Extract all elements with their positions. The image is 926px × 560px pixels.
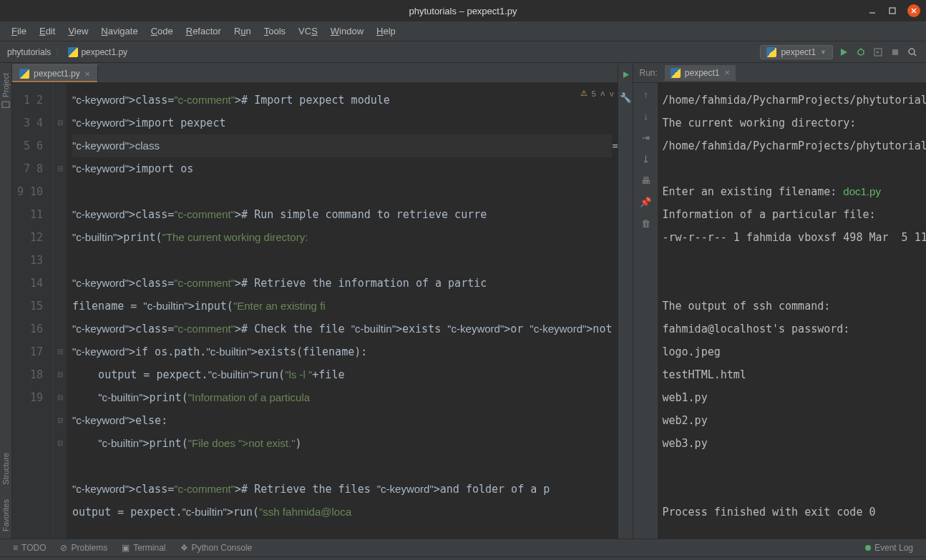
fold-gutter: ⊟⊟⊟⊟⊟⊟⊟ — [54, 83, 67, 539]
svg-marker-12 — [877, 51, 879, 54]
run-tab[interactable]: pexpect1 ✕ — [665, 65, 736, 81]
menu-edit[interactable]: Edit — [34, 24, 61, 39]
run-tab-label: pexpect1 — [685, 68, 720, 78]
menu-tools[interactable]: Tools — [258, 24, 291, 39]
problems-icon: ⊘ — [60, 543, 67, 553]
terminal-label: Terminal — [133, 543, 165, 553]
problems-label: Problems — [71, 543, 107, 553]
breadcrumb-sep-icon: 〉 — [55, 46, 64, 58]
sidebar-project-label: Project — [1, 73, 10, 97]
todo-icon: ≡ — [13, 543, 18, 553]
menu-refactor[interactable]: Refactor — [180, 24, 227, 39]
breadcrumb-file-label: pexpect1.py — [81, 47, 127, 57]
coverage-button[interactable] — [872, 46, 884, 59]
toolwindow-todo[interactable]: ≡TODO — [6, 543, 53, 553]
pin-icon[interactable]: 📌 — [638, 195, 653, 209]
sidebar-structure-button[interactable]: Structure — [0, 446, 11, 492]
run-toolbar-primary: ↑ ↓ ⇥ ⤓ 🖶 📌 🗑 — [633, 83, 658, 539]
sidebar-favorites-button[interactable]: Favorites — [0, 492, 11, 539]
toolwindow-problems[interactable]: ⊘Problems — [53, 543, 114, 553]
python-file-icon — [68, 47, 78, 57]
menu-file[interactable]: File — [6, 24, 32, 39]
editor-body[interactable]: ⚠ 5 ʌ v 1 2 3 4 5 6 7 8 9 10 11 12 13 14… — [12, 83, 618, 539]
close-button[interactable] — [907, 4, 920, 17]
scroll-end-icon[interactable]: ⤓ — [638, 152, 653, 166]
breadcrumb: phytutorials 〉 pexpect1.py — [7, 46, 760, 58]
toolwindow-pyconsole[interactable]: ❖Python Console — [173, 543, 260, 553]
main-area: Project Structure Favorites pexpect1.py … — [0, 63, 926, 539]
run-button[interactable] — [837, 46, 850, 59]
profile-button[interactable] — [889, 46, 902, 59]
breadcrumb-project[interactable]: phytutorials — [7, 47, 51, 57]
toolwindow-eventlog[interactable]: Event Log — [858, 543, 920, 553]
svg-rect-16 — [2, 102, 9, 107]
clear-icon[interactable]: 🗑 — [638, 216, 653, 230]
toolwindow-terminal[interactable]: ▣Terminal — [114, 543, 172, 553]
navbar-right: pexpect1 ▼ — [760, 45, 919, 59]
sidebar-favorites-label: Favorites — [1, 499, 10, 531]
svg-rect-1 — [890, 8, 895, 14]
debug-button[interactable] — [854, 46, 867, 59]
menu-window[interactable]: Window — [325, 24, 369, 39]
terminal-icon: ▣ — [122, 543, 130, 553]
breadcrumb-file[interactable]: pexpect1.py — [68, 47, 127, 57]
rerun-button[interactable] — [618, 67, 633, 82]
pyconsole-icon: ❖ — [180, 543, 188, 553]
down-stack-icon[interactable]: ↓ — [638, 109, 653, 123]
prev-highlight-icon[interactable]: ʌ — [600, 89, 605, 98]
breadcrumb-project-label: phytutorials — [7, 47, 51, 57]
titlebar: phytutorials – pexpect1.py — [0, 0, 926, 21]
run-config-selector[interactable]: pexpect1 ▼ — [760, 45, 833, 59]
print-icon[interactable]: 🖶 — [638, 173, 653, 187]
svg-line-15 — [914, 54, 916, 56]
svg-marker-17 — [623, 72, 629, 78]
window-title: phytutorials – pexpect1.py — [409, 6, 517, 16]
maximize-button[interactable] — [887, 6, 897, 16]
python-icon — [671, 68, 681, 78]
editor-side-toolbar: 🔧 — [618, 63, 633, 539]
svg-marker-4 — [841, 49, 847, 56]
python-icon — [766, 47, 776, 57]
soft-wrap-icon[interactable]: ⇥ — [638, 130, 653, 144]
warning-count: 5 — [592, 89, 596, 98]
editor-tab-label: pexpect1.py — [34, 69, 80, 79]
code-content[interactable]: "c-keyword">class="c-comment"># Import p… — [67, 83, 618, 539]
python-file-icon — [19, 69, 29, 79]
close-run-tab-icon[interactable]: ✕ — [724, 69, 730, 77]
menu-view[interactable]: View — [62, 24, 94, 39]
settings-icon[interactable]: 🔧 — [618, 90, 633, 104]
run-header: Run: pexpect1 ✕ ⚙ — — [633, 63, 926, 83]
run-config-label: pexpect1 — [781, 47, 816, 57]
run-panel: Run: pexpect1 ✕ ⚙ — ↑ ↓ ⇥ ⤓ 🖶 📌 🗑 /home/… — [633, 63, 926, 539]
svg-point-5 — [858, 49, 864, 55]
run-output[interactable]: /home/fahmida/PycharmProjects/phytutoria… — [658, 83, 926, 539]
sidebar-project-button[interactable]: Project — [0, 66, 11, 116]
menu-code[interactable]: Code — [145, 24, 179, 39]
left-tool-gutter: Project Structure Favorites — [0, 63, 12, 539]
svg-point-14 — [909, 49, 915, 54]
close-tab-icon[interactable]: ✕ — [84, 70, 90, 78]
minimize-button[interactable] — [867, 6, 877, 16]
menu-navigate[interactable]: Navigate — [95, 24, 143, 39]
svg-rect-13 — [892, 49, 898, 55]
eventlog-label: Event Log — [874, 543, 913, 553]
menu-vcs[interactable]: VCS — [293, 24, 323, 39]
editor-pane: pexpect1.py ✕ ⚠ 5 ʌ v 1 2 3 4 5 6 7 8 9 … — [12, 63, 618, 539]
menu-run[interactable]: Run — [228, 24, 257, 39]
nav-toolbar: phytutorials 〉 pexpect1.py pexpect1 ▼ — [0, 41, 926, 63]
search-everywhere-button[interactable] — [906, 46, 919, 59]
warning-icon: ⚠ — [580, 89, 588, 98]
next-highlight-icon[interactable]: v — [610, 89, 614, 98]
menu-help[interactable]: Help — [371, 24, 401, 39]
event-indicator-icon — [865, 545, 871, 551]
pyconsole-label: Python Console — [192, 543, 253, 553]
line-number-gutter: 1 2 3 4 5 6 7 8 9 10 11 12 13 14 15 16 1… — [12, 83, 54, 539]
editor-tabs: pexpect1.py ✕ — [12, 63, 618, 83]
editor-tab-pexpect1[interactable]: pexpect1.py ✕ — [12, 64, 98, 82]
up-stack-icon[interactable]: ↑ — [638, 87, 653, 102]
run-body: ↑ ↓ ⇥ ⤓ 🖶 📌 🗑 /home/fahmida/PycharmProje… — [633, 83, 926, 539]
run-header-label: Run: — [639, 68, 657, 78]
todo-label: TODO — [21, 543, 46, 553]
inspection-badge[interactable]: ⚠ 5 ʌ v — [580, 89, 614, 98]
window-controls — [867, 4, 920, 17]
